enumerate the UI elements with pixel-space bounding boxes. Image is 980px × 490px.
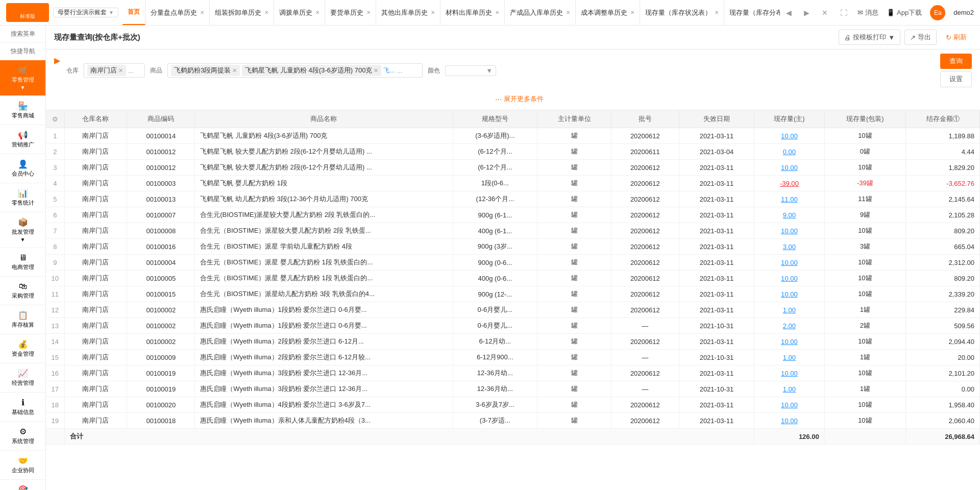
cell-qty-main[interactable]: 10.00	[754, 128, 825, 144]
cell-qty-main[interactable]: 10.00	[754, 223, 825, 239]
tab-material[interactable]: 材料出库单历史✕	[440, 0, 505, 25]
sidebar-quick[interactable]: 快捷导航	[0, 43, 45, 60]
query-button[interactable]: 查询	[940, 54, 972, 69]
tab-other-out[interactable]: 其他出库单历史✕	[376, 0, 440, 25]
cell-batch: 20200612	[611, 286, 679, 302]
cell-qty-main[interactable]: 0.00	[754, 144, 825, 160]
sidebar-item-inventory[interactable]: 📋 库存核算	[0, 305, 45, 334]
tab-yaohuo[interactable]: 要货单历史✕	[325, 0, 376, 25]
close-icon[interactable]: ✕	[566, 10, 570, 15]
sidebar-item-wholesale[interactable]: 📦 批发管理 ▼	[0, 212, 45, 248]
logo-text: 畅捷通好生意	[9, 5, 46, 12]
settings-icon[interactable]: ⚙	[52, 115, 58, 123]
cell-spec: (12-36个月...	[453, 191, 537, 207]
cell-qty-main[interactable]: 10.00	[754, 334, 825, 350]
sidebar-item-member[interactable]: 👤 会员中心	[0, 154, 45, 183]
cell-qty-main[interactable]: 11.00	[754, 191, 825, 207]
cell-qty-main[interactable]: 9.00	[754, 207, 825, 223]
user-name[interactable]: demo2	[953, 9, 974, 16]
tab-right-btn[interactable]: ▶	[802, 7, 812, 19]
sidebar-item-label: 零售统计	[12, 199, 34, 207]
expand-more-btn[interactable]: ⋯ 展开更多条件	[493, 92, 546, 106]
member-icon: 👤	[18, 159, 28, 169]
sidebar-item-ecommerce[interactable]: 🖥 电商管理	[0, 248, 45, 277]
cell-code: 00100004	[127, 255, 195, 271]
table-row: 7 南岸门店 00100008 合生元（BIOSTIME）派星较大婴儿配方奶粉 …	[46, 223, 980, 239]
cell-batch: 20200612	[611, 191, 679, 207]
tab-zuhe[interactable]: 组装拆卸单历史✕	[210, 0, 274, 25]
cell-qty-main[interactable]: 10.00	[754, 255, 825, 271]
cell-qty-main[interactable]: 1.00	[754, 302, 825, 318]
remove-warehouse-tag-btn[interactable]: ✕	[118, 67, 123, 74]
sidebar-item-system[interactable]: ⚙ 系统管理	[0, 422, 45, 451]
close-icon[interactable]: ✕	[366, 10, 371, 15]
color-filter-group[interactable]: ▼	[445, 65, 496, 76]
cell-qty-main[interactable]: 10.00	[754, 397, 825, 413]
cell-qty-main[interactable]: 2.00	[754, 318, 825, 334]
cell-qty-main[interactable]: 10.00	[754, 365, 825, 381]
more-product-dots-btn[interactable]: ...	[397, 67, 402, 75]
sidebar-item-operation[interactable]: 📈 经营管理	[0, 363, 45, 393]
sidebar-item-basic[interactable]: ℹ 基础信息	[0, 393, 45, 422]
cell-qty-main[interactable]: 10.00	[754, 271, 825, 286]
guide-icon: 🎯	[18, 485, 28, 490]
sidebar-item-purchase[interactable]: 🛍 采购管理	[0, 277, 45, 305]
close-icon[interactable]: ✕	[315, 10, 320, 15]
close-icon[interactable]: ✕	[495, 10, 499, 15]
print-button[interactable]: 🖨 按模板打印 ▼	[839, 30, 900, 45]
user-avatar[interactable]: Ea	[930, 5, 945, 20]
remove-product-tag-2-btn[interactable]: ✕	[374, 67, 378, 74]
sidebar-item-retail-shop[interactable]: 🏪 零售商城	[0, 96, 45, 125]
cell-batch: 20200612	[611, 176, 679, 191]
close-icon[interactable]: ✕	[630, 10, 634, 15]
tab-inventory-status[interactable]: 现存量（库存状况表）✕	[640, 0, 724, 25]
close-icon[interactable]: ✕	[431, 10, 435, 15]
product-filter-group[interactable]: 飞鹤奶粉3段两提装 ✕ 飞鹤星飞帆 儿童奶粉 4段(3-6岁适用) 700克 ✕…	[167, 63, 423, 78]
tab-close-btn[interactable]: ✕	[820, 7, 830, 19]
cell-qty-main[interactable]: 10.00	[754, 286, 825, 302]
col-settings[interactable]: ⚙	[46, 110, 64, 128]
remove-product-tag-1-btn[interactable]: ✕	[232, 67, 237, 74]
refresh-button[interactable]: ↻ 刷新	[941, 30, 972, 44]
tab-fenpan[interactable]: 分量盘点单历史✕	[145, 0, 210, 25]
sidebar-item-retail-stat[interactable]: 📊 零售统计	[0, 183, 45, 212]
close-icon[interactable]: ✕	[264, 10, 268, 15]
tab-product-in[interactable]: 产成品入库单历史✕	[505, 0, 576, 25]
sidebar-item-collab[interactable]: 🤝 企业协同	[0, 451, 45, 480]
sidebar-search[interactable]: 搜索英单	[0, 26, 45, 43]
close-icon[interactable]: ✕	[200, 10, 204, 15]
cell-qty-main[interactable]: 10.00	[754, 413, 825, 429]
cell-qty-main[interactable]: 1.00	[754, 381, 825, 397]
message-btn[interactable]: ✉ 消息	[857, 8, 878, 17]
cell-qty-pkg: -39罐	[824, 176, 905, 191]
cell-qty-main[interactable]: 10.00	[754, 160, 825, 176]
cell-no: 19	[46, 413, 64, 429]
sidebar-item-label: 批发管理	[12, 228, 34, 236]
tab-left-btn[interactable]: ◀	[784, 7, 794, 19]
app-download-btn[interactable]: 📱 App下载	[887, 8, 922, 17]
tab-fullscreen-btn[interactable]: ⛶	[838, 7, 849, 19]
tab-home[interactable]: 首页	[122, 0, 145, 25]
account-selector[interactable]: 母婴行业演示账套 ▼	[53, 8, 118, 17]
close-icon[interactable]: ✕	[715, 10, 719, 15]
cell-qty-main[interactable]: 3.00	[754, 239, 825, 255]
cell-qty-pkg: 10罐	[824, 365, 905, 381]
more-product-btn[interactable]: 飞...	[383, 66, 395, 75]
cell-qty-main[interactable]: -39.00	[754, 176, 825, 191]
expand-filter-btn[interactable]: ▶	[54, 56, 60, 65]
cell-qty-main[interactable]: 1.00	[754, 350, 825, 365]
cell-qty-pkg: 10罐	[824, 286, 905, 302]
tab-cost-adj[interactable]: 成本调整单历史✕	[576, 0, 640, 25]
tab-inventory-dist[interactable]: 现存量（库存分布表）✕	[724, 0, 780, 25]
sidebar-item-guide[interactable]: 🎯 新手引导	[0, 480, 45, 490]
sidebar-item-retail-mgmt[interactable]: 🛒 零售管理 ▼	[0, 60, 45, 96]
sidebar-item-marketing[interactable]: 📢 营销推广	[0, 125, 45, 154]
color-dropdown-arrow[interactable]: ▼	[486, 67, 493, 75]
sidebar-item-finance[interactable]: 💰 资金管理	[0, 334, 45, 363]
warehouse-filter-group[interactable]: 南岸门店 ✕ ...	[84, 63, 145, 78]
setting-button[interactable]: 设置	[940, 71, 972, 87]
tab-diaob[interactable]: 调拨单历史✕	[274, 0, 325, 25]
more-warehouse-btn[interactable]: ...	[128, 67, 134, 75]
export-button[interactable]: ↗ 导出	[904, 30, 937, 45]
cell-expire: 2021-03-11	[679, 397, 754, 413]
